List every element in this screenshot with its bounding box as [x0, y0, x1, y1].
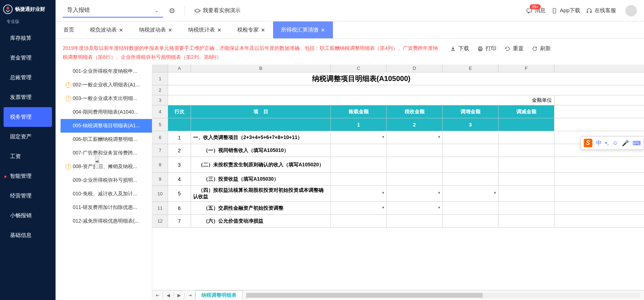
- cell-c[interactable]: [331, 215, 387, 227]
- cell-f[interactable]: [498, 144, 554, 157]
- sheet-body[interactable]: 1 纳税调整项目明细表(A105000) 2 3 金额单位 4 行次 项: [152, 72, 644, 290]
- tab[interactable]: 税负波动表✕: [82, 22, 131, 38]
- cell-e[interactable]: [443, 202, 498, 214]
- cell-e[interactable]: [443, 144, 498, 157]
- cell-f[interactable]: [498, 215, 554, 227]
- sidebar-item[interactable]: 智能管理: [0, 166, 56, 186]
- tree-item[interactable]: 006-职工薪酬纳税调整明细...: [61, 133, 152, 146]
- sidebar-item[interactable]: 库存核算: [0, 28, 56, 48]
- row-header[interactable]: 7: [152, 144, 168, 157]
- reset-button[interactable]: 重置: [504, 45, 524, 52]
- tree-item[interactable]: 008-资产折旧、摊销及纳税...: [61, 160, 152, 173]
- sidebar-item[interactable]: 工资: [0, 147, 56, 166]
- cell-d[interactable]: [387, 173, 443, 185]
- col-header-C[interactable]: C: [331, 65, 387, 72]
- row-header[interactable]: 2: [152, 85, 168, 95]
- col-header-D[interactable]: D: [387, 65, 443, 72]
- cell-e[interactable]: [443, 157, 498, 172]
- cell-e[interactable]: [443, 173, 498, 185]
- cell-seq[interactable]: 2: [168, 144, 191, 157]
- cell-c[interactable]: [331, 144, 387, 157]
- tree-item[interactable]: 012-减免所得税优惠明细表(...: [61, 214, 152, 228]
- sheet-nav-first[interactable]: ⇤: [152, 293, 163, 298]
- cell-e[interactable]: [443, 215, 498, 227]
- tree-item[interactable]: 010-免税、减计收入及加计...: [61, 187, 152, 201]
- horizontal-scrollbar[interactable]: [246, 293, 640, 298]
- customer-service-button[interactable]: 在线客服: [586, 7, 616, 14]
- tree-item[interactable]: 009-企业所得税弥补亏损明...: [61, 173, 152, 187]
- cell-c[interactable]: *: [331, 202, 387, 214]
- ime-lang[interactable]: 中: [596, 139, 602, 147]
- ime-toolbar[interactable]: S 中 •, ☺ 🎤 ⌨: [581, 136, 644, 150]
- sidebar-item[interactable]: 经营管理: [0, 186, 56, 206]
- sheet-tab[interactable]: 纳税调整明细表: [195, 290, 243, 300]
- cell-item[interactable]: （三）投资收益（填写A105030）: [191, 173, 331, 185]
- row-header[interactable]: 5: [152, 118, 168, 131]
- col-header-A[interactable]: A: [168, 65, 191, 72]
- corner-cell[interactable]: [152, 65, 168, 72]
- row-header[interactable]: 10: [152, 186, 168, 201]
- row-header[interactable]: 4: [152, 105, 168, 118]
- cell-c[interactable]: *: [331, 186, 387, 201]
- row-header[interactable]: 9: [152, 173, 168, 185]
- cell-e[interactable]: [443, 131, 498, 144]
- tree-item[interactable]: 002-一般企业收入明细表(A1...: [61, 78, 152, 92]
- sidebar-item[interactable]: 固定资产: [0, 127, 56, 147]
- sidebar-item[interactable]: 资金管理: [0, 48, 56, 68]
- cell-d[interactable]: *: [387, 202, 443, 214]
- row-header[interactable]: 3: [152, 95, 168, 105]
- row-header[interactable]: 6: [152, 131, 168, 144]
- cell-item[interactable]: （二）未按权责发生制原则确认的收入（填写A105020）: [191, 157, 331, 172]
- cell-d[interactable]: *: [387, 186, 443, 201]
- cell-c[interactable]: [331, 157, 387, 172]
- cell-seq[interactable]: 3: [168, 157, 191, 172]
- cell-item[interactable]: （一）视同销售收入（填写A105010）: [191, 144, 331, 157]
- close-icon[interactable]: ✕: [168, 27, 172, 33]
- cell-e[interactable]: *: [443, 186, 498, 201]
- row-header[interactable]: 1: [152, 72, 168, 85]
- page-selector-dropdown[interactable]: 导入报错 ⌄: [63, 4, 163, 18]
- cell-f[interactable]: [498, 131, 554, 144]
- user-avatar[interactable]: [625, 5, 637, 16]
- cell-f[interactable]: [498, 202, 554, 214]
- ime-punct-icon[interactable]: •,: [605, 140, 609, 146]
- demo-link[interactable]: 我要看实例演示: [194, 7, 240, 14]
- cell-f[interactable]: [498, 173, 554, 185]
- cell-seq[interactable]: 1: [168, 131, 191, 144]
- tab[interactable]: 首页: [56, 22, 82, 38]
- ime-emoji-icon[interactable]: ☺: [612, 140, 618, 146]
- print-button[interactable]: 打印: [477, 45, 496, 52]
- collapse-handle[interactable]: ≪: [95, 154, 99, 168]
- tree-item[interactable]: 011-研发费用加计扣除优惠...: [61, 201, 152, 214]
- close-icon[interactable]: ✕: [119, 27, 123, 33]
- tab[interactable]: 纳税波动表✕: [131, 22, 180, 38]
- cell-d[interactable]: [387, 144, 443, 157]
- close-icon[interactable]: ✕: [321, 27, 325, 33]
- cell-seq[interactable]: 7: [168, 215, 191, 227]
- sidebar-item[interactable]: 小畅报销: [0, 206, 56, 225]
- cell-item[interactable]: （四）按权益法核算长期股权投资对初始投资成本调整确认收益: [191, 186, 331, 201]
- app-download-button[interactable]: App下载: [551, 7, 580, 14]
- tree-item[interactable]: 004-期间费用明细表(A1040...: [61, 105, 152, 119]
- cell-d[interactable]: [387, 215, 443, 227]
- sidebar-item[interactable]: 税务管理: [4, 107, 52, 127]
- tab[interactable]: 纳税统计表✕: [180, 22, 229, 38]
- cell-seq[interactable]: 4: [168, 173, 191, 185]
- cell-seq[interactable]: 6: [168, 202, 191, 214]
- cell-item[interactable]: （六）公允价值变动净损益: [191, 215, 331, 227]
- cell-f[interactable]: [498, 186, 554, 201]
- row-header[interactable]: 8: [152, 157, 168, 172]
- sheet-nav-prev[interactable]: ◀: [163, 293, 174, 298]
- close-icon[interactable]: ✕: [217, 27, 221, 33]
- messages-button[interactable]: 99+ 消息: [526, 7, 545, 14]
- tree-item[interactable]: 007-广告费和业务宣传费跨...: [61, 146, 152, 160]
- cell-d[interactable]: [387, 157, 443, 172]
- ime-keyboard-icon[interactable]: ⌨: [633, 140, 641, 147]
- row-header[interactable]: 12: [152, 215, 168, 227]
- cell-seq[interactable]: 5: [168, 186, 191, 201]
- sidebar-item[interactable]: 总账管理: [0, 68, 56, 87]
- col-header-E[interactable]: E: [443, 65, 498, 72]
- cell-d[interactable]: *: [387, 131, 443, 144]
- cell-c[interactable]: *: [331, 131, 387, 144]
- col-header-F[interactable]: F: [498, 65, 554, 72]
